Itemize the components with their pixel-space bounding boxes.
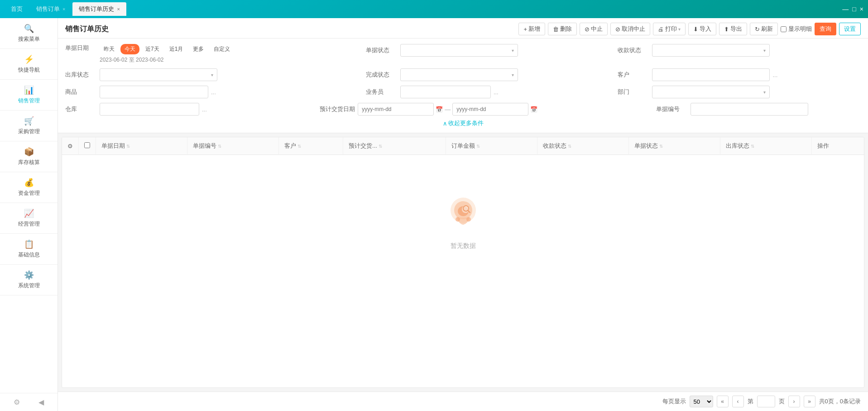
salesperson-input[interactable]	[400, 86, 491, 98]
print-button[interactable]: 🖨 打印 ▾	[653, 23, 686, 35]
tab-home-label: 首页	[11, 5, 23, 13]
query-button[interactable]: 查询	[815, 23, 836, 35]
total-info: 共0页，0条记录	[819, 397, 861, 406]
minimize-btn[interactable]: —	[842, 5, 849, 13]
th-order-status[interactable]: 单据状态 ⇅	[628, 137, 720, 155]
th-customer[interactable]: 客户 ⇅	[278, 137, 343, 155]
sidebar-item-quick-nav[interactable]: ⚡ 快捷导航	[0, 49, 58, 80]
salesperson-dots[interactable]: ...	[494, 89, 499, 96]
th-amount-label: 订单金额	[451, 142, 475, 150]
current-page-input[interactable]: 1	[757, 396, 775, 407]
collapse-sidebar-icon[interactable]: ◀	[38, 398, 44, 406]
sort-order-status[interactable]: 单据状态 ⇅	[634, 142, 715, 150]
export-button[interactable]: ⬆ 导出	[719, 23, 747, 35]
display-toggle-label: 显示明细	[788, 25, 812, 33]
import-button[interactable]: ⬇ 导入	[688, 23, 716, 35]
page-size-label: 每页显示	[662, 397, 686, 406]
order-status-select[interactable]: ▾	[400, 44, 518, 57]
sort-customer[interactable]: 客户 ⇅	[284, 142, 337, 150]
sort-receipt-status[interactable]: 收款状态 ⇅	[543, 142, 623, 150]
customer-filter-input[interactable]	[652, 68, 770, 81]
dept-select[interactable]: ▾	[652, 86, 770, 98]
next-page-btn[interactable]: ›	[788, 396, 800, 407]
th-no[interactable]: 单据编号 ⇅	[187, 137, 278, 155]
window-controls: — □ ×	[842, 5, 863, 13]
product-input[interactable]	[100, 86, 208, 98]
customer-dots[interactable]: ...	[772, 72, 777, 78]
warehouse-label: 仓库	[65, 105, 97, 113]
table-header-row: ⚙ 单据日期 ⇅ 单据编号	[62, 137, 864, 155]
sort-date[interactable]: 单据日期 ⇅	[101, 142, 182, 150]
date-7days[interactable]: 近7天	[141, 44, 163, 54]
page-size-select[interactable]: 10 20 50 100	[690, 396, 713, 407]
display-toggle[interactable]: 显示明细	[781, 25, 812, 33]
new-button[interactable]: + 新增	[518, 23, 545, 35]
th-expected-date-label: 预计交货...	[349, 142, 377, 150]
tab-sales-order-label: 销售订单	[36, 5, 60, 13]
th-amount[interactable]: 订单金额 ⇅	[446, 137, 537, 155]
settings-bottom-icon[interactable]: ⚙	[14, 398, 20, 406]
th-outbound-status-label: 出库状态	[726, 142, 749, 150]
column-settings-icon[interactable]: ⚙	[67, 143, 73, 150]
th-outbound-status[interactable]: 出库状态 ⇅	[720, 137, 811, 155]
order-no-input[interactable]	[691, 103, 808, 116]
tab-sales-order[interactable]: 销售订单 ×	[30, 2, 72, 16]
tab-sales-order-close[interactable]: ×	[62, 6, 65, 12]
sort-amount[interactable]: 订单金额 ⇅	[451, 142, 532, 150]
last-page-btn[interactable]: »	[804, 396, 815, 407]
sidebar-item-system[interactable]: ⚙️ 系统管理	[0, 265, 58, 295]
complete-status-select[interactable]: ▾	[400, 68, 518, 81]
expected-date-from[interactable]	[358, 103, 434, 116]
close-btn[interactable]: ×	[860, 5, 863, 13]
sort-date-icon: ⇅	[126, 144, 130, 149]
main-layout: 🔍 搜索菜单 ⚡ 快捷导航 📊 销售管理 🛒 采购管理 📦 库存核算 💰 资金管…	[0, 18, 868, 411]
date-more[interactable]: 更多	[189, 44, 208, 54]
tab-sales-history[interactable]: 销售订单历史 ×	[72, 2, 126, 16]
maximize-btn[interactable]: □	[852, 5, 856, 13]
svg-point-4	[456, 217, 460, 222]
sidebar-item-search-menu[interactable]: 🔍 搜索菜单	[0, 18, 58, 49]
sidebar-item-operations[interactable]: 📈 经营管理	[0, 203, 58, 234]
sidebar-item-finance[interactable]: 💰 资金管理	[0, 172, 58, 203]
sidebar-item-basic-info[interactable]: 📋 基础信息	[0, 234, 58, 265]
sidebar-item-inventory[interactable]: 📦 库存核算	[0, 141, 58, 172]
tab-home[interactable]: 首页	[5, 2, 29, 16]
sidebar-item-sales-mgmt[interactable]: 📊 销售管理	[0, 80, 58, 111]
select-all-checkbox[interactable]	[84, 142, 90, 148]
sort-no[interactable]: 单据编号 ⇅	[193, 142, 273, 150]
outbound-status-select[interactable]: ▾	[100, 68, 217, 81]
warehouse-dots[interactable]: ...	[202, 106, 207, 113]
warehouse-input[interactable]	[100, 103, 199, 116]
delete-button[interactable]: 🗑 删除	[548, 23, 577, 35]
cal-from-icon[interactable]: 📅	[436, 106, 443, 113]
display-toggle-checkbox[interactable]	[781, 26, 786, 32]
cancel-stop-button[interactable]: ⊘ 取消中止	[610, 23, 650, 35]
prev-page-btn[interactable]: ‹	[732, 396, 744, 407]
date-today[interactable]: 今天	[120, 44, 139, 54]
th-settings[interactable]: ⚙	[62, 137, 79, 155]
receipt-status-select[interactable]: ▾	[652, 44, 770, 57]
product-dots[interactable]: ...	[211, 89, 216, 96]
first-page-btn[interactable]: «	[717, 396, 729, 407]
settings-button[interactable]: 设置	[839, 23, 861, 35]
date-range: 2023-06-02 至 2023-06-02	[100, 56, 234, 64]
date-yesterday[interactable]: 昨天	[100, 44, 119, 54]
tab-sales-history-close[interactable]: ×	[117, 6, 120, 12]
date-custom[interactable]: 自定义	[210, 44, 234, 54]
cal-to-icon[interactable]: 📅	[530, 106, 537, 113]
refresh-label: 刷新	[761, 25, 773, 33]
sidebar-item-purchase-mgmt[interactable]: 🛒 采购管理	[0, 111, 58, 141]
expected-date-to[interactable]	[452, 103, 528, 116]
date-1month[interactable]: 近1月	[165, 44, 187, 54]
th-expected-date[interactable]: 预计交货... ⇅	[343, 137, 446, 155]
stop-button[interactable]: ⊘ 中止	[580, 23, 608, 35]
sort-expected-date[interactable]: 预计交货... ⇅	[349, 142, 440, 150]
sort-outbound-status[interactable]: 出库状态 ⇅	[726, 142, 806, 150]
expected-date-group: 📅 — 📅	[358, 103, 537, 116]
empty-illustration	[441, 191, 486, 237]
refresh-button[interactable]: ↻ 刷新	[750, 23, 778, 35]
print-label: 打印	[665, 25, 677, 33]
collapse-btn[interactable]: ∧ 收起更多条件	[443, 119, 484, 127]
th-date[interactable]: 单据日期 ⇅	[96, 137, 187, 155]
th-receipt-status[interactable]: 收款状态 ⇅	[537, 137, 628, 155]
